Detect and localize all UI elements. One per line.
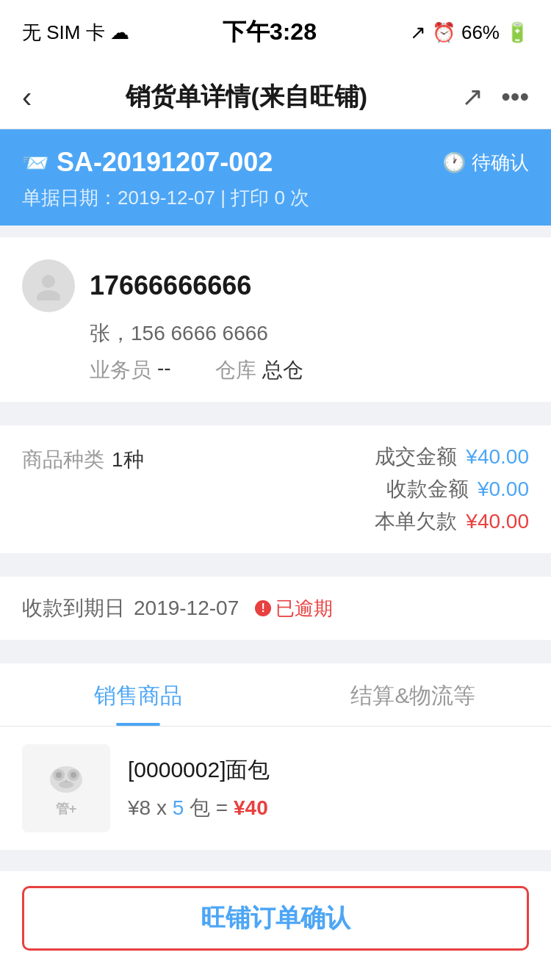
sim-status: 无 SIM 卡 ☁ xyxy=(22,20,129,46)
warehouse-field: 仓库 总仓 xyxy=(215,356,303,384)
customer-name: 张，156 6666 6666 xyxy=(90,320,529,347)
salesperson-value: -- xyxy=(157,356,171,384)
amount-summary: 成交金额 ¥40.00 收款金额 ¥0.00 本单欠款 ¥40.00 xyxy=(375,443,529,536)
overdue-badge: ! 已逾期 xyxy=(255,596,333,621)
due-date: 2019-12-07 xyxy=(134,597,239,620)
status-right: ↗ ⏰ 66% 🔋 xyxy=(410,21,529,44)
page-title: 销货单详情(来自旺铺) xyxy=(126,80,367,114)
order-id: 📨 SA-20191207-002 xyxy=(22,147,273,178)
equals-sign: = xyxy=(216,796,234,819)
share-icon[interactable]: ↗︎ xyxy=(461,82,483,112)
status-bar: 无 SIM 卡 ☁ 下午3:28 ↗ ⏰ 66% 🔋 xyxy=(0,0,551,65)
product-quantity: 5 xyxy=(173,796,184,819)
nav-actions: ↗︎ ••• xyxy=(461,82,529,112)
tabs-section: 销售商品 结算&物流等 xyxy=(0,663,551,727)
tab-products[interactable]: 销售商品 xyxy=(0,663,276,726)
back-button[interactable]: ‹ xyxy=(22,82,32,112)
product-info: [0000002]面包 ¥8 x 5 包 = ¥40 xyxy=(128,755,529,822)
svg-point-1 xyxy=(37,290,60,300)
bottom-bar: 旺铺订单确认 xyxy=(0,871,551,980)
owed-label: 本单欠款 xyxy=(375,508,457,536)
product-price: ¥8 xyxy=(128,796,151,819)
due-section: 收款到期日 2019-12-07 ! 已逾期 xyxy=(0,577,551,640)
divider1 xyxy=(0,226,551,237)
avatar xyxy=(22,259,75,312)
order-icon: 📨 xyxy=(22,150,49,176)
status-left: 无 SIM 卡 ☁ xyxy=(22,20,129,46)
owed-value: ¥40.00 xyxy=(466,510,529,533)
customer-phone: 17666666666 xyxy=(90,270,251,301)
warehouse-label: 仓库 xyxy=(215,356,256,384)
product-total: ¥40 xyxy=(234,796,268,819)
tabs-row: 销售商品 结算&物流等 xyxy=(0,663,551,727)
overdue-text: 已逾期 xyxy=(276,596,333,621)
clock: 下午3:28 xyxy=(223,16,317,48)
payment-value: ¥0.00 xyxy=(478,478,529,501)
svg-point-5 xyxy=(56,772,62,778)
location-icon: ↗ xyxy=(410,21,426,44)
battery-level: 66% xyxy=(461,21,500,44)
goods-type: 商品种类 1种 xyxy=(22,443,144,474)
transaction-label: 成交金额 xyxy=(375,443,457,471)
due-label: 收款到期日 xyxy=(22,594,125,622)
summary-section: 商品种类 1种 成交金额 ¥40.00 收款金额 ¥0.00 本单欠款 ¥40.… xyxy=(0,425,551,553)
multiply-sign: x xyxy=(156,796,173,819)
order-status: 🕐 待确认 xyxy=(442,150,529,176)
nav-bar: ‹ 销货单详情(来自旺铺) ↗︎ ••• xyxy=(0,65,551,129)
order-header: 📨 SA-20191207-002 🕐 待确认 单据日期：2019-12-07 … xyxy=(0,129,551,226)
svg-point-0 xyxy=(42,275,55,288)
transaction-value: ¥40.00 xyxy=(466,445,529,469)
payment-label: 收款金额 xyxy=(386,475,469,503)
product-price-row: ¥8 x 5 包 = ¥40 xyxy=(128,794,529,822)
order-date: 单据日期：2019-12-07 | 打印 0 次 xyxy=(22,185,529,211)
overdue-icon: ! xyxy=(255,600,271,616)
salesperson-field: 业务员 -- xyxy=(90,356,171,384)
product-name: [0000002]面包 xyxy=(128,755,529,785)
customer-meta: 业务员 -- 仓库 总仓 xyxy=(90,356,529,384)
more-icon[interactable]: ••• xyxy=(501,82,529,112)
alarm-icon: ⏰ xyxy=(432,21,455,44)
clock-icon: 🕐 xyxy=(442,151,466,174)
product-unit: 包 xyxy=(190,796,210,819)
product-logo-plus: 管+ xyxy=(56,800,77,818)
divider4 xyxy=(0,652,551,663)
battery-icon: 🔋 xyxy=(505,21,529,44)
product-thumbnail: 管+ xyxy=(22,744,110,832)
product-section: 管+ [0000002]面包 ¥8 x 5 包 = ¥40 xyxy=(0,727,551,850)
product-item: 管+ [0000002]面包 ¥8 x 5 包 = ¥40 xyxy=(22,744,529,832)
warehouse-value: 总仓 xyxy=(262,356,303,384)
divider2 xyxy=(0,414,551,425)
confirm-order-button[interactable]: 旺铺订单确认 xyxy=(22,886,529,951)
divider3 xyxy=(0,565,551,577)
salesperson-label: 业务员 xyxy=(90,356,151,384)
svg-point-6 xyxy=(71,772,76,778)
customer-section: 17666666666 张，156 6666 6666 业务员 -- 仓库 总仓 xyxy=(0,237,551,402)
tab-settlement[interactable]: 结算&物流等 xyxy=(276,663,551,726)
